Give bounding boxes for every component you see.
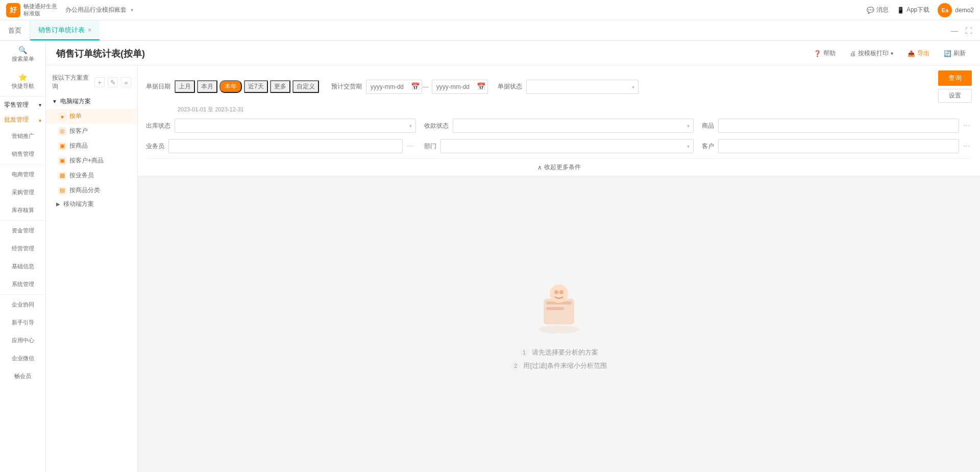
this-year-btn[interactable]: 本年 [219,80,242,93]
sidebar-item-wholesale[interactable]: 批发管理 ▴ [0,112,45,127]
sidebar-item-search[interactable]: 🔍 搜索菜单 [0,41,45,68]
customer-ellipsis-icon[interactable]: ··· [961,141,972,151]
panel-item-by-goods[interactable]: ▣ 按商品 [46,138,137,153]
query-button[interactable]: 查询 [938,70,972,86]
sidebar-divider-1 [0,96,45,97]
chevron-down-icon: ▾ [39,102,41,108]
bill-status-label: 单据状态 [498,82,522,91]
svg-point-4 [550,285,568,303]
sidebar-item-newbie[interactable]: 新手引导 [0,314,45,332]
sidebar: 🔍 搜索菜单 ⭐ 快捷导航 零售管理 ▾ 批发管理 ▴ 营销推广 销售管理 电商… [0,41,46,472]
tab-home[interactable]: 首页 [0,20,30,40]
sidebar-item-appcenter[interactable]: 应用中心 [0,332,45,349]
svg-rect-3 [546,307,564,310]
more-date-btn[interactable]: 更多 [270,80,290,93]
sidebar-divider-4 [0,294,45,295]
breadcrumb-title: 办公用品行业模拟账套 [65,6,127,14]
bill-status-group: 单据状态 ▾ [498,80,934,94]
topbar-right: 💬 消息 📱 App下载 Ea demo2 [867,3,974,17]
last-7-days-btn[interactable]: 近7天 [244,80,268,93]
sidebar-item-finance[interactable]: 资金管理 [0,222,45,240]
refresh-icon: 🔄 [944,50,951,57]
sidebar-item-wechat[interactable]: 企业微信 [0,349,45,367]
left-panel-header: 按以下方案查询 + ✎ « [46,70,137,94]
app-download-button[interactable]: 📱 App下载 [897,6,929,14]
main-layout: 🔍 搜索菜单 ⭐ 快捷导航 零售管理 ▾ 批发管理 ▴ 营销推广 销售管理 电商… [0,41,980,472]
panel-item-by-category[interactable]: ▤ 按商品分类 [46,183,137,198]
sidebar-item-marketing[interactable]: 营销推广 [0,127,45,145]
sidebar-item-basics[interactable]: 基础信息 [0,257,45,275]
panel-section-mobile[interactable]: ▶ 移动端方案 [46,198,137,210]
sidebar-item-enterprise[interactable]: 企业协同 [0,296,45,314]
topbar-left: 好 畅捷通好生意 标准版 办公用品行业模拟账套 ▾ [6,3,133,17]
sidebar-item-ecommerce[interactable]: 电商管理 [0,166,45,183]
out-status-select[interactable] [175,119,416,133]
page-title: 销售订单统计表(按单) [56,48,145,60]
calendar-icon-1[interactable]: 📅 [411,82,420,90]
tab-active[interactable]: 销售订单统计表 × [30,20,100,40]
collapse-panel-button[interactable]: « [121,77,131,87]
payment-status-select[interactable] [453,119,694,133]
left-panel-icons: + ✎ « [94,77,131,87]
bill-status-select[interactable] [526,80,639,94]
edit-scheme-button[interactable]: ✎ [108,77,118,87]
sidebar-item-sales[interactable]: 销售管理 [0,145,45,163]
tab-close-icon[interactable]: × [88,27,91,34]
sidebar-item-operations[interactable]: 经营管理 [0,240,45,257]
panel-item-by-customer-goods[interactable]: ▣ 按客户+商品 [46,153,137,168]
by-customer-icon: ◎ [58,127,66,135]
panel-item-by-salesperson[interactable]: ▦ 按业务员 [46,168,137,183]
sidebar-item-retail[interactable]: 零售管理 ▾ [0,98,45,112]
tip-num-1: 1 [520,348,529,357]
goods-ellipsis-icon[interactable]: ··· [961,121,972,130]
empty-state: 1 请先选择要分析的方案 2 用[过滤]条件来缩小分析范围 [138,176,980,472]
panel-item-by-customer[interactable]: ◎ 按客户 [46,124,137,138]
salesperson-ellipsis-icon[interactable]: ··· [405,141,415,151]
custom-date-btn[interactable]: 自定义 [292,80,319,93]
export-icon: 📤 [908,50,915,57]
goods-input[interactable] [718,119,959,133]
sidebar-item-purchase[interactable]: 采购管理 [0,183,45,201]
expected-delivery-label: 预计交货期 [331,82,362,91]
last-month-btn[interactable]: 上月 [175,80,195,93]
message-button[interactable]: 💬 消息 [867,6,889,14]
salesperson-input[interactable] [168,139,403,153]
search-icon: 🔍 [18,46,27,54]
this-month-btn[interactable]: 本月 [197,80,217,93]
user-profile[interactable]: Ea demo2 [938,3,974,17]
sidebar-item-quicknav[interactable]: ⭐ 快捷导航 [0,68,45,95]
customer-input-wrap [718,139,959,153]
goods-label: 商品 [702,122,714,130]
help-button[interactable]: ❓ 帮助 [810,47,840,60]
sidebar-item-inventory[interactable]: 库存核算 [0,201,45,219]
right-area: 销售订单统计表(按单) ❓ 帮助 🖨 按模板打印 ▾ 📤 导出 [46,41,980,472]
filter-row-2: 出库状态 ▾ 收款状态 [146,115,972,136]
export-button[interactable]: 📤 导出 [903,47,934,60]
setting-button[interactable]: 设置 [938,89,972,103]
section-mobile-arrow: ▶ [56,201,60,207]
panel-item-by-order[interactable]: ● 按单 [46,109,137,124]
calendar-icon-2[interactable]: 📅 [477,82,485,90]
collapse-button[interactable]: ∧ 收起更多条件 [146,158,972,176]
breadcrumb-dropdown-icon[interactable]: ▾ [131,7,133,13]
refresh-button[interactable]: 🔄 刷新 [940,47,970,60]
minimize-button[interactable]: — [949,26,960,36]
panel-section-desktop[interactable]: ▼ 电脑端方案 [46,94,137,109]
department-select[interactable] [440,139,694,153]
template-print-button[interactable]: 🖨 按模板打印 ▾ [846,47,897,60]
out-status-label: 出库状态 [146,122,170,130]
sidebar-item-system[interactable]: 系统管理 [0,275,45,293]
date-filter-group: 单据日期 上月 本月 本年 近7天 更多 自定义 [146,80,319,93]
maximize-button[interactable]: ⛶ [964,26,974,36]
department-group: 部门 ▾ [424,139,694,153]
page-actions: ❓ 帮助 🖨 按模板打印 ▾ 📤 导出 🔄 刷新 [810,47,970,60]
customer-group: 客户 ··· [702,139,972,153]
sidebar-divider-2 [0,164,45,164]
section-arrow-down: ▼ [52,99,57,104]
content-body: 按以下方案查询 + ✎ « ▼ 电脑端方案 ● 按单 ◎ [46,65,980,472]
customer-input[interactable] [718,139,959,153]
sidebar-item-member[interactable]: 畅会员 [0,367,45,385]
print-icon: 🖨 [850,50,856,57]
out-status-group: 出库状态 ▾ [146,119,416,133]
add-scheme-button[interactable]: + [94,77,105,87]
